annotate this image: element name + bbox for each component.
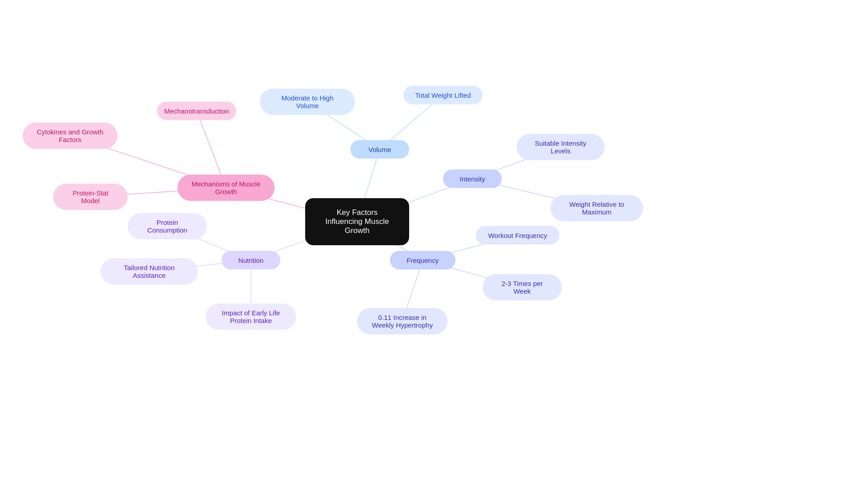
mechanisms-node[interactable]: Mechanisms of Muscle Growth — [178, 175, 275, 201]
moderate-high-volume-node[interactable]: Moderate to High Volume — [260, 89, 355, 115]
intensity-node[interactable]: Intensity — [443, 170, 502, 188]
weight-relative-node[interactable]: Weight Relative to Maximum — [551, 195, 643, 221]
tailored-nutrition-node[interactable]: Tailored Nutrition Assistance — [101, 258, 198, 285]
protein-consumption-node[interactable]: Protein Consumption — [128, 213, 207, 239]
frequency-node[interactable]: Frequency — [390, 251, 456, 270]
mechanotransduction-node[interactable]: Mechanotransduction — [157, 102, 236, 120]
center-node[interactable]: Key Factors Influencing Muscle Growth — [305, 198, 409, 245]
protein-stat-node[interactable]: Protein-Stat Model — [53, 184, 128, 210]
workout-frequency-node[interactable]: Workout Frequency — [476, 226, 560, 245]
times-per-week-node[interactable]: 2-3 Times per Week — [483, 274, 562, 300]
nutrition-node[interactable]: Nutrition — [222, 251, 280, 270]
weekly-hypertrophy-node[interactable]: 0.11 Increase in Weekly Hypertrophy — [357, 308, 448, 334]
total-weight-lifted-node[interactable]: Total Weight Lifted — [404, 86, 483, 105]
early-life-protein-node[interactable]: Impact of Early Life Protein Intake — [206, 304, 296, 330]
cytokines-node[interactable]: Cytokines and Growth Factors — [23, 123, 118, 149]
suitable-intensity-node[interactable]: Suitable Intensity Levels — [517, 134, 605, 160]
volume-node[interactable]: Volume — [350, 140, 409, 159]
